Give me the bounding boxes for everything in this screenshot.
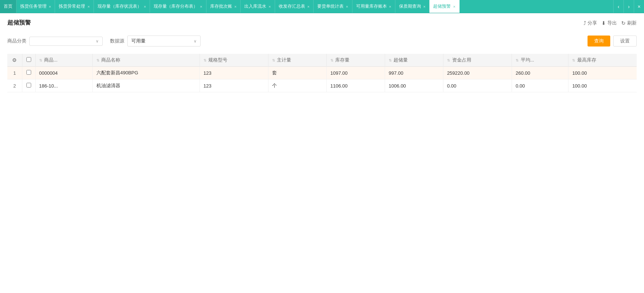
- row-num: 1: [7, 67, 22, 79]
- category-label: 商品分类: [7, 38, 26, 44]
- export-icon: ⬇: [601, 20, 606, 26]
- page-header: 超储预警 ⤴ 分享 ⬇ 导出 ↻ 刷新: [7, 19, 637, 27]
- sort-icon-unit: ⇅: [272, 58, 275, 62]
- datasource-chevron-down-icon: ∨: [194, 39, 197, 44]
- nav-close-stock-batch[interactable]: ×: [234, 4, 237, 9]
- col-max-stock[interactable]: ⇅ 最高库存: [568, 54, 637, 67]
- header-actions: ⤴ 分享 ⬇ 导出 ↻ 刷新: [583, 20, 637, 26]
- col-stock[interactable]: ⇅ 库存量: [326, 54, 385, 67]
- nav-close-stock-dist[interactable]: ×: [200, 4, 202, 9]
- datasource-value: 可用量: [131, 38, 146, 44]
- category-filter-group: 商品分类 ∨: [7, 37, 103, 46]
- col-product-name[interactable]: ⇅ 商品名称: [92, 54, 200, 67]
- page-title: 超储预警: [7, 19, 31, 27]
- nav-close-shelf-life[interactable]: ×: [423, 4, 425, 9]
- nav-close-summary[interactable]: ×: [307, 4, 310, 9]
- nav-close-requisition[interactable]: ×: [346, 4, 348, 9]
- sort-icon-overstock: ⇅: [389, 58, 392, 62]
- select-all-checkbox[interactable]: [26, 57, 31, 62]
- sort-icon-code: ⇅: [39, 58, 42, 62]
- nav-requisition[interactable]: 要货单统计表 ×: [314, 0, 352, 13]
- row-unit: 个: [268, 79, 326, 92]
- col-gear[interactable]: ⚙: [7, 54, 22, 67]
- nav-arrow-left[interactable]: ‹: [613, 0, 623, 13]
- nav-summary[interactable]: 收发存汇总表 ×: [275, 0, 314, 13]
- row-max-stock: 100.00: [568, 79, 637, 92]
- col-checkbox[interactable]: [22, 54, 35, 67]
- datasource-label: 数据源: [110, 38, 124, 44]
- row-product-name: 机油滤清器: [92, 79, 200, 92]
- nav-overstock[interactable]: 超储预警 ×: [429, 0, 459, 13]
- nav-close-overstock[interactable]: ×: [453, 4, 455, 9]
- sort-icon-name: ⇅: [96, 58, 99, 62]
- row-checkbox[interactable]: [26, 70, 31, 75]
- nav-available-stock[interactable]: 可用量库存账本 ×: [352, 0, 395, 13]
- row-avg: 260.00: [512, 67, 568, 79]
- sort-icon-avg: ⇅: [516, 58, 519, 62]
- category-chevron-down-icon: ∨: [96, 39, 99, 44]
- row-avg: 0.00: [512, 79, 568, 92]
- col-unit[interactable]: ⇅ 主计量: [268, 54, 326, 67]
- nav-close-available-stock[interactable]: ×: [389, 4, 391, 9]
- row-overstock: 1006.00: [385, 79, 443, 92]
- row-overstock: 997.00: [385, 67, 443, 79]
- refresh-icon: ↻: [621, 20, 626, 26]
- data-table: ⚙ ⇅ 商品... ⇅ 商品名称 ⇅ 规格型号 ⇅: [7, 54, 637, 92]
- nav-close-abnormal[interactable]: ×: [87, 4, 89, 9]
- nav-home[interactable]: 首页: [0, 0, 17, 13]
- datasource-filter-group: 数据源 可用量 ∨: [110, 36, 201, 47]
- col-overstock[interactable]: ⇅ 超储量: [385, 54, 443, 67]
- table-header-row: ⚙ ⇅ 商品... ⇅ 商品名称 ⇅ 规格型号 ⇅: [7, 54, 637, 67]
- query-button[interactable]: 查询: [588, 36, 610, 47]
- nav-stock-status[interactable]: 现存量（库存状况表） ×: [94, 0, 150, 13]
- filter-row: 商品分类 ∨ 数据源 可用量 ∨ 查询 设置: [7, 33, 637, 49]
- export-button[interactable]: ⬇ 导出: [601, 20, 617, 26]
- row-product-name: 六配套新昌490BPG: [92, 67, 200, 79]
- datasource-select[interactable]: 可用量 ∨: [127, 36, 201, 47]
- nav-stock-batch[interactable]: 库存批次账 ×: [206, 0, 241, 13]
- col-spec[interactable]: ⇅ 规格型号: [200, 54, 268, 67]
- table-row: 2 186-10... 机油滤清器 123 个 1106.00 1006.00 …: [7, 79, 637, 92]
- col-avg[interactable]: ⇅ 平均...: [512, 54, 568, 67]
- nav-arrow-close[interactable]: ×: [634, 0, 644, 13]
- refresh-button[interactable]: ↻ 刷新: [621, 20, 637, 26]
- row-product-code: 186-10...: [35, 79, 92, 92]
- nav-arrows: ‹ › ×: [613, 0, 644, 13]
- row-unit: 套: [268, 67, 326, 79]
- col-product-code[interactable]: ⇅ 商品...: [35, 54, 92, 67]
- sort-icon-capital: ⇅: [447, 58, 450, 62]
- row-checkbox-cell[interactable]: [22, 79, 35, 92]
- nav-task-mgmt[interactable]: 拣货任务管理 ×: [17, 0, 55, 13]
- sort-icon-max-stock: ⇅: [572, 58, 575, 62]
- category-select[interactable]: ∨: [29, 37, 103, 46]
- row-product-code: 0000004: [35, 67, 92, 79]
- sort-icon-spec: ⇅: [204, 58, 206, 62]
- row-num: 2: [7, 79, 22, 92]
- row-stock: 1097.00: [326, 67, 385, 79]
- share-icon: ⤴: [583, 20, 586, 26]
- nav-bar: 首页 拣货任务管理 × 拣货异常处理 × 现存量（库存状况表） × 现存量（库存…: [0, 0, 644, 13]
- row-spec: 123: [200, 67, 268, 79]
- nav-stock-dist[interactable]: 现存量（库存分布表） ×: [150, 0, 206, 13]
- row-stock: 1106.00: [326, 79, 385, 92]
- nav-close-stock-status[interactable]: ×: [144, 4, 146, 9]
- gear-icon[interactable]: ⚙: [12, 57, 17, 63]
- nav-abnormal[interactable]: 拣货异常处理 ×: [55, 0, 94, 13]
- nav-inout-flow[interactable]: 出入库流水 ×: [241, 0, 275, 13]
- row-checkbox[interactable]: [26, 83, 31, 88]
- nav-close-inout-flow[interactable]: ×: [268, 4, 271, 9]
- share-button[interactable]: ⤴ 分享: [583, 20, 597, 26]
- page-content: 超储预警 ⤴ 分享 ⬇ 导出 ↻ 刷新 商品分类 ∨ 数据源: [0, 13, 644, 293]
- nav-arrow-right[interactable]: ›: [623, 0, 634, 13]
- col-capital[interactable]: ⇅ 资金占用: [443, 54, 512, 67]
- settings-button[interactable]: 设置: [613, 36, 637, 47]
- filter-actions: 查询 设置: [588, 36, 637, 47]
- nav-close-task-mgmt[interactable]: ×: [49, 4, 51, 9]
- table-row: 1 0000004 六配套新昌490BPG 123 套 1097.00 997.…: [7, 67, 637, 79]
- row-checkbox-cell[interactable]: [22, 67, 35, 79]
- nav-shelf-life[interactable]: 保质期查询 ×: [395, 0, 429, 13]
- row-spec: 123: [200, 79, 268, 92]
- row-capital: 0.00: [443, 79, 512, 92]
- sort-icon-stock: ⇅: [330, 58, 333, 62]
- row-capital: 259220.00: [443, 67, 512, 79]
